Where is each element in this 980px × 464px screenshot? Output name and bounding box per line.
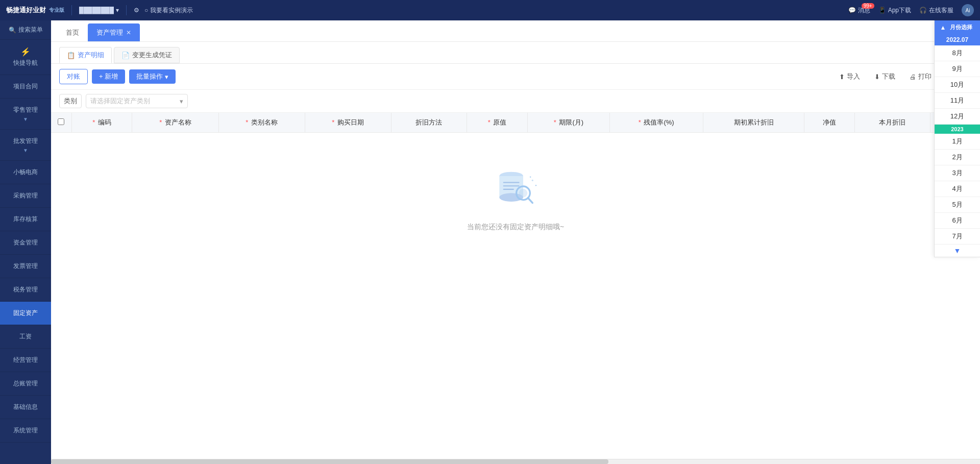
category-filter-input[interactable]: 请选择固定资产类别 <box>86 94 188 108</box>
tab-asset-label: 资产管理 <box>96 28 123 37</box>
app-name: 畅捷通好业财 <box>6 6 46 15</box>
search-menu[interactable]: 🔍 搜索菜单 <box>0 20 51 40</box>
app-brand: 畅捷通好业财 专业版 <box>6 6 64 15</box>
th-period-label: 期限(月) <box>559 118 583 126</box>
select-all-checkbox[interactable] <box>58 118 64 125</box>
content-area: 首页 资产管理 ✕ 📋 资产明细 📄 变更生成凭证 <box>51 20 980 464</box>
sidebar-item-operations[interactable]: 经营管理 <box>0 349 51 372</box>
settings-icon: ⚙ <box>134 7 139 14</box>
sidebar-item-salary[interactable]: 工资 <box>0 325 51 349</box>
sidebar-item-invoice[interactable]: 发票管理 <box>0 255 51 278</box>
search-icon: 🔍 <box>9 27 16 34</box>
import-button[interactable]: ⬆ 导入 <box>834 69 865 84</box>
month-picker-year[interactable]: 2022.07 <box>935 34 980 45</box>
tab-home[interactable]: 首页 <box>57 23 88 41</box>
month-item-10[interactable]: 10月 <box>935 77 980 93</box>
page-content: 📋 资产明细 📄 变更生成凭证 对账 + 新增 批量操作 <box>51 42 980 464</box>
sidebar-item-ecommerce[interactable]: 小畅电商 <box>0 161 51 184</box>
reconcile-button[interactable]: 对账 <box>59 69 88 84</box>
sidebar-item-finance[interactable]: 资金管理 <box>0 231 51 255</box>
print-icon: 🖨 <box>910 73 916 81</box>
print-button[interactable]: 🖨 打印 <box>904 69 937 84</box>
sidebar-item-inventory[interactable]: 库存核算 <box>0 208 51 231</box>
nav-icon: ⚡ <box>20 47 31 57</box>
nav-label: 快捷导航 <box>13 59 38 67</box>
message-icon: 💬 <box>848 7 856 14</box>
sidebar-item-tax[interactable]: 税务管理 <box>0 278 51 302</box>
topbar-right: 💬 消息 99+ 📱 App下载 🎧 在线客服 Ai <box>848 4 974 16</box>
app-download-btn[interactable]: 📱 App下载 <box>878 6 911 15</box>
month-picker-down-btn[interactable]: ▼ <box>954 247 961 255</box>
month-item-2023-6[interactable]: 6月 <box>935 213 980 229</box>
th-code-label: 编码 <box>98 118 111 126</box>
headset-icon: 🎧 <box>919 7 927 14</box>
tab-asset-management[interactable]: 资产管理 ✕ <box>88 23 140 41</box>
settings-btn[interactable]: ⚙ <box>134 7 139 14</box>
sidebar-item-retail[interactable]: 零售管理 ▼ <box>0 99 51 130</box>
month-item-2023-2[interactable]: 2月 <box>935 150 980 165</box>
month-picker-up-btn[interactable]: ▲ <box>940 24 946 31</box>
bottom-scrollbar[interactable] <box>51 459 980 464</box>
main-layout: 🔍 搜索菜单 ⚡ 快捷导航 项目合同 零售管理 ▼ 批发管理 ▼ 小畅电商 采购… <box>0 20 980 464</box>
app-download-label: App下载 <box>888 6 911 15</box>
month-item-9[interactable]: 9月 <box>935 61 980 77</box>
month-item-2023-7[interactable]: 7月 <box>935 229 980 245</box>
app-download-icon: 📱 <box>878 7 886 14</box>
month-item-11[interactable]: 11月 <box>935 93 980 109</box>
sidebar-item-nav[interactable]: ⚡ 快捷导航 <box>0 40 51 75</box>
month-item-2023-3[interactable]: 3月 <box>935 165 980 181</box>
month-picker-header: ▲ 月份选择 <box>935 20 980 34</box>
company-selector[interactable]: ████████ <box>79 7 119 14</box>
sub-tab-change-voucher[interactable]: 📄 变更生成凭证 <box>114 47 180 63</box>
batch-label: 批量操作 <box>136 72 163 81</box>
th-accum-dep-label: 期初累计折旧 <box>734 118 774 126</box>
sidebar-item-purchase[interactable]: 采购管理 <box>0 184 51 208</box>
sub-tab-asset-detail[interactable]: 📋 资产明细 <box>59 47 112 63</box>
scroll-thumb[interactable] <box>51 459 608 464</box>
demo-link[interactable]: ○ 我要看实例演示 <box>144 6 193 15</box>
add-label: + 新增 <box>99 72 118 81</box>
app-edition: 专业版 <box>49 7 64 14</box>
tab-close-icon[interactable]: ✕ <box>126 29 131 36</box>
user-avatar[interactable]: Ai <box>962 4 974 16</box>
empty-row: 当前您还没有固定资产明细哦~ <box>51 133 980 263</box>
online-service-label: 在线客服 <box>929 6 953 15</box>
th-code: * 编码 <box>71 113 132 133</box>
sidebar-item-wholesale[interactable]: 批发管理 ▼ <box>0 130 51 161</box>
month-list-2022: 8月 9月 10月 11月 12月 <box>935 45 980 125</box>
month-item-2023-4[interactable]: 4月 <box>935 181 980 197</box>
th-category-label: 类别名称 <box>251 118 278 126</box>
batch-button[interactable]: 批量操作 <box>129 69 176 84</box>
sidebar-item-project[interactable]: 项目合同 <box>0 75 51 99</box>
month-item-2023-1[interactable]: 1月 <box>935 134 980 150</box>
category-filter-label[interactable]: 类别 <box>59 94 82 108</box>
empty-cell: 当前您还没有固定资产明细哦~ <box>51 133 980 263</box>
th-residual-rate: * 残值率(%) <box>609 113 703 133</box>
category-label-text: 类别 <box>64 96 77 106</box>
sidebar-item-basic-info[interactable]: 基础信息 <box>0 396 51 419</box>
svg-point-9 <box>532 180 533 181</box>
message-btn[interactable]: 💬 消息 99+ <box>848 6 870 15</box>
sidebar-item-system[interactable]: 系统管理 <box>0 419 51 443</box>
th-orig-value-label: 原值 <box>493 118 506 126</box>
message-badge: 99+ <box>862 3 874 9</box>
sub-tabs: 📋 资产明细 📄 变更生成凭证 <box>51 42 980 64</box>
import-icon: ⬆ <box>839 73 845 81</box>
batch-dropdown-icon <box>165 73 168 81</box>
th-monthly-dep-label: 本月折旧 <box>879 118 905 126</box>
add-button[interactable]: + 新增 <box>92 69 125 84</box>
sidebar-item-fixed-assets[interactable]: 固定资产 <box>0 302 51 325</box>
sidebar-item-ledger[interactable]: 总账管理 <box>0 372 51 396</box>
month-item-8[interactable]: 8月 <box>935 45 980 61</box>
month-item-2023-5[interactable]: 5月 <box>935 197 980 213</box>
online-service-btn[interactable]: 🎧 在线客服 <box>919 6 953 15</box>
th-purchase-date-label: 购买日期 <box>337 118 364 126</box>
th-original-value: * 原值 <box>467 113 528 133</box>
search-label: 搜索菜单 <box>18 26 43 34</box>
download-button[interactable]: ⬇ 下载 <box>869 69 900 84</box>
empty-illustration <box>490 163 541 214</box>
month-item-12[interactable]: 12月 <box>935 109 980 125</box>
month-picker-title: 月份选择 <box>950 23 972 31</box>
sub-tab-asset-detail-label: 资产明细 <box>78 51 104 60</box>
th-asset-name-label: 资产名称 <box>165 118 191 126</box>
